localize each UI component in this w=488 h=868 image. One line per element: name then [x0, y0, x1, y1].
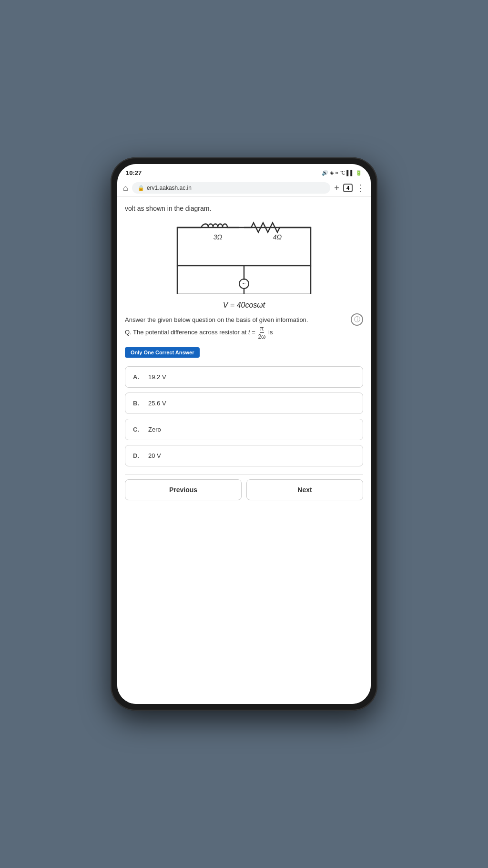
option-c[interactable]: C. Zero: [125, 419, 363, 440]
option-a-text: 19.2 V: [148, 373, 166, 381]
lock-icon: 🔒: [138, 185, 144, 191]
svg-text:~: ~: [242, 280, 245, 287]
previous-button[interactable]: Previous: [125, 479, 242, 500]
status-time: 10:27: [126, 169, 142, 176]
options-list: A. 19.2 V B. 25.6 V C. Zero D. 20 V: [125, 366, 363, 466]
option-a-letter: A.: [133, 373, 142, 381]
page-content: volt as shown in the diagram. 3Ω 4Ω: [117, 197, 371, 704]
url-bar[interactable]: 🔒 erv1.aakash.ac.in: [132, 182, 330, 194]
option-c-text: Zero: [148, 426, 161, 433]
svg-text:3Ω: 3Ω: [214, 233, 223, 241]
math-fraction: π 2ω: [258, 325, 265, 341]
question-text: Q. The potential difference across resis…: [125, 325, 363, 341]
option-d-letter: D.: [133, 452, 142, 459]
next-button[interactable]: Next: [246, 479, 363, 500]
circuit-svg: 3Ω 4Ω ~: [168, 218, 320, 294]
tab-count[interactable]: 4: [343, 184, 353, 192]
phone-screen: 10:27 🔊 ◈ ≈ ℃ ▌▌ 🔋 ⌂ 🔒 erv1.aakash.ac.in…: [117, 164, 371, 704]
option-b-letter: B.: [133, 400, 142, 407]
signal-battery-icons: 🔊 ◈ ≈ ℃ ▌▌ 🔋: [322, 170, 362, 176]
answer-type-label: Only One Correct Answer: [125, 347, 200, 358]
question-block: ⓘ Answer the given below question on the…: [125, 315, 363, 341]
option-b[interactable]: B. 25.6 V: [125, 393, 363, 414]
option-b-text: 25.6 V: [148, 400, 166, 407]
option-a[interactable]: A. 19.2 V: [125, 366, 363, 388]
option-d-text: 20 V: [148, 452, 161, 459]
intro-text: volt as shown in the diagram.: [125, 205, 363, 212]
option-d[interactable]: D. 20 V: [125, 445, 363, 466]
svg-rect-0: [177, 227, 311, 266]
voltage-formula: V = 40cosωt: [125, 301, 363, 310]
info-icon[interactable]: ⓘ: [351, 313, 363, 326]
phone-device: 10:27 🔊 ◈ ≈ ℃ ▌▌ 🔋 ⌂ 🔒 erv1.aakash.ac.in…: [111, 157, 377, 711]
answer-type-badge: Only One Correct Answer: [125, 347, 363, 366]
option-c-letter: C.: [133, 426, 142, 433]
home-icon[interactable]: ⌂: [123, 183, 128, 193]
status-icons: 🔊 ◈ ≈ ℃ ▌▌ 🔋: [322, 170, 362, 176]
url-text: erv1.aakash.ac.in: [147, 185, 192, 191]
more-menu-button[interactable]: ⋮: [356, 183, 365, 193]
navigation-bar: Previous Next: [125, 474, 363, 502]
svg-text:4Ω: 4Ω: [273, 233, 282, 241]
question-prefix: Answer the given below question on the b…: [125, 315, 363, 325]
browser-bar: ⌂ 🔒 erv1.aakash.ac.in + 4 ⋮: [117, 179, 371, 197]
new-tab-button[interactable]: +: [334, 183, 339, 193]
circuit-diagram: 3Ω 4Ω ~: [125, 218, 363, 294]
status-bar: 10:27 🔊 ◈ ≈ ℃ ▌▌ 🔋: [117, 164, 371, 179]
